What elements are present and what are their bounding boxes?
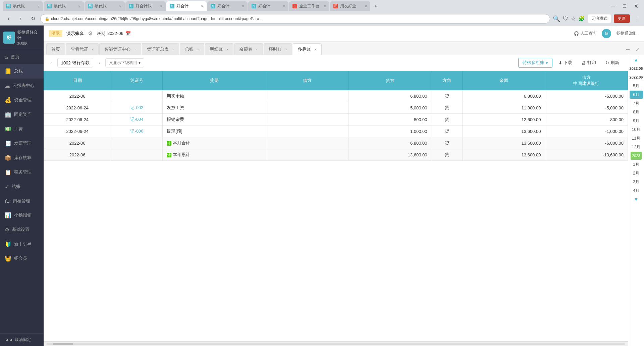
next-account-button[interactable]: › [97,59,102,66]
sidebar-item-invoice[interactable]: 🧾 发票管理 [0,136,44,151]
calendar-month-7[interactable]: 7月 [630,99,643,107]
tab-general-close[interactable]: × [197,47,199,51]
tab-home[interactable]: 首页 [46,43,65,55]
sidebar-item-settle[interactable]: ✓ 结账 [0,180,44,194]
tab-voucher-sum[interactable]: 凭证汇总表 × [142,43,179,55]
star-icon[interactable]: ☆ [571,15,576,22]
sidebar-item-fund[interactable]: 💰 资金管理 [0,93,44,107]
calendar-month-5[interactable]: 5月 [630,82,643,90]
silent-mode-button[interactable]: 无痕模式 [588,14,611,23]
user-avatar[interactable]: 畅 [602,29,611,38]
address-input[interactable]: 🔒 cloud2.chanjet.com/accounting/uh26t264… [40,14,550,23]
calendar-month-8[interactable]: 8月 [630,108,643,116]
forward-button[interactable]: › [16,14,25,23]
sidebar-item-ledger[interactable]: 📒 总账 [0,64,44,79]
service-button[interactable]: 🎧 人工咨询 [574,31,596,36]
tab-close-9[interactable]: × [365,4,367,8]
tab-journal-close[interactable]: × [285,47,287,51]
new-tab-button[interactable]: + [371,1,380,11]
calendar-down-button[interactable]: ▼ [630,196,642,203]
calendar-month-3[interactable]: 3月 [630,178,643,186]
cell-date: 2022-06-24 [44,102,111,114]
browser-tab-3[interactable]: 易 易代账 × [85,1,125,11]
refresh-button[interactable]: ↻ [28,14,38,23]
browser-tab-8[interactable]: C 企业工作台 × [289,1,329,11]
sidebar-item-settings[interactable]: ⚙ 基础设置 [0,223,44,237]
calendar-month-1[interactable]: 1月 [630,160,643,168]
close-window-button[interactable]: ✕ [631,1,641,11]
settings-gear-icon[interactable]: ⚙ [88,30,93,37]
menu-icon[interactable]: ⋮ [634,15,640,22]
calendar-icon[interactable]: 📅 [125,31,131,36]
restore-button[interactable]: □ [619,1,630,11]
print-button[interactable]: 🖨 打印 [578,58,599,67]
calendar-month-6[interactable]: 6月 [630,91,643,99]
browser-tab-1[interactable]: 易 易代账 × [3,1,43,11]
sidebar-item-member[interactable]: 👑 畅会员 [0,251,44,266]
browser-tab-4[interactable]: 好 好会计账 × [125,1,166,11]
tab-close-1[interactable]: × [38,4,40,8]
calendar-month-2[interactable]: 2月 [630,169,643,177]
prev-account-button[interactable]: ‹ [49,59,53,66]
tab-voucher-sum-close[interactable]: × [172,47,174,51]
download-button[interactable]: ⬇ 下载 [555,58,576,67]
shield-icon[interactable]: 🛡 [563,16,568,22]
sidebar-item-archive[interactable]: 🗂 归档管理 [0,194,44,208]
sidebar-item-guide[interactable]: 🔰 新手引导 [0,237,44,251]
sidebar-item-tax[interactable]: 📋 税务管理 [0,165,44,180]
calendar-up-button[interactable]: ▲ [630,56,642,63]
sidebar-item-home[interactable]: ⌂ 首页 [0,50,44,64]
search-icon[interactable]: 🔍 [553,15,560,22]
back-button[interactable]: ‹ [4,14,13,23]
browser-tab-5[interactable]: 好 好会计 × [166,1,207,11]
tab-smart-close[interactable]: × [134,47,136,51]
tab-close-8[interactable]: × [324,4,326,8]
voucher-link[interactable]: 记-004 [130,117,143,122]
voucher-link[interactable]: 记-002 [130,105,143,110]
tab-journal[interactable]: 序时账 × [264,43,292,55]
special-multi-ledger-button[interactable]: 特殊多栏账 ▾ [518,58,552,68]
extension-icon[interactable]: 🧩 [578,15,585,22]
tab-balance[interactable]: 余额表 × [234,43,263,55]
unpin-button[interactable]: ◄◄ 取消固定 [5,337,39,343]
tab-detail[interactable]: 明细账 × [205,43,233,55]
sidebar-item-fixed-assets[interactable]: 🏢 固定资产 [0,107,44,122]
tab-voucher-close[interactable]: × [92,47,94,51]
tab-detail-close[interactable]: × [226,47,228,51]
tab-close-3[interactable]: × [119,4,121,8]
bottom-scrollbar[interactable] [44,341,628,346]
account-selector[interactable]: 1002 银行存款 [57,58,93,67]
tab-close-2[interactable]: × [78,4,80,8]
tab-multi-close[interactable]: × [314,47,316,51]
tab-close-4[interactable]: × [160,4,162,8]
calendar-month-12[interactable]: 12月 [630,143,643,151]
browser-tab-7[interactable]: 好 好会计 × [248,1,288,11]
update-button[interactable]: 更新 [614,14,630,23]
tab-close-6[interactable]: × [242,4,244,8]
tab-close-7[interactable]: × [283,4,285,8]
voucher-link[interactable]: 记-006 [130,129,143,134]
tab-smart[interactable]: 智能凭证中心 × [99,43,141,55]
tab-panel-minimize[interactable]: ─ [624,45,632,53]
tab-general[interactable]: 总账 × [180,43,204,55]
tab-multi[interactable]: 多栏账 × [293,43,321,55]
sidebar-item-expense[interactable]: 📊 小畅报销 [0,208,44,223]
tab-panel-expand[interactable]: ⤢ [633,45,641,53]
browser-tab-2[interactable]: 易 易代账 × [44,1,84,11]
calendar-month-10[interactable]: 10月 [630,126,643,134]
tab-icon-2: 易 [47,4,52,8]
browser-tab-6[interactable]: 好 好会计 × [207,1,248,11]
sidebar-item-salary[interactable]: 💵 工资 [0,122,44,136]
browser-tab-9[interactable]: 用 用友好业 × [330,1,370,11]
calendar-month-9[interactable]: 9月 [630,117,643,125]
refresh-button[interactable]: ↻ 刷新 [602,58,623,67]
calendar-month-11[interactable]: 11月 [630,134,643,142]
minimize-button[interactable]: ─ [608,1,619,11]
tab-balance-close[interactable]: × [256,47,258,51]
show-sub-accounts-button[interactable]: 只显示下级科目 ▾ [105,58,144,67]
sidebar-item-inventory[interactable]: 📦 库存核算 [0,151,44,165]
tab-voucher[interactable]: 查看凭证 × [66,43,99,55]
sidebar-item-cloud-report[interactable]: ☁ 云报表中心 [0,79,44,93]
tab-close-5[interactable]: × [201,4,203,8]
calendar-month-4[interactable]: 4月 [630,187,643,195]
